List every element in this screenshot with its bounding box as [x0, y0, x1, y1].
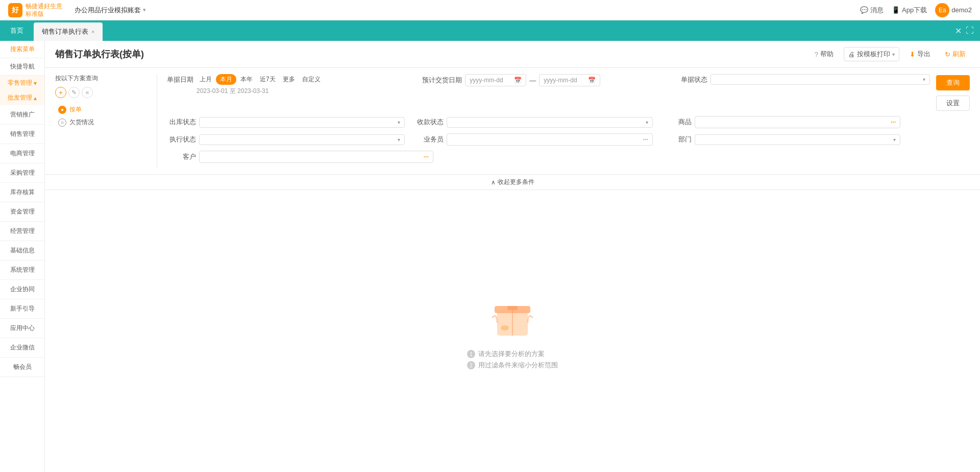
set-button[interactable]: 设置 — [936, 96, 970, 111]
filter-scheme-actions: + ✎ « — [55, 87, 151, 98]
customer-multi[interactable]: ··· — [199, 151, 433, 163]
avatar: Ea — [935, 3, 949, 17]
expected-date-from[interactable]: yyyy-mm-dd 📅 — [465, 74, 526, 86]
tab-close-window-icon[interactable]: ✕ — [955, 26, 962, 36]
page-title: 销售订单执行表(按单) — [55, 48, 144, 66]
help-btn[interactable]: ? 帮助 — [811, 48, 838, 61]
delivery-filter: 出库状态 ▾ — [165, 117, 405, 128]
sidebar-item-newuser[interactable]: 新手引导 — [0, 299, 44, 319]
filter-row-4: 客户 ··· — [165, 151, 970, 163]
customer-dots-icon: ··· — [424, 153, 429, 160]
date-tab-custom[interactable]: 自定义 — [299, 74, 324, 85]
refresh-icon: ↻ — [945, 51, 950, 58]
export-btn[interactable]: ⬇ 导出 — [905, 48, 935, 61]
collapse-scheme-btn[interactable]: « — [82, 87, 93, 98]
message-icon: 💬 — [860, 6, 868, 14]
collapse-more-btn[interactable]: ∧ 收起更多条件 — [45, 175, 980, 190]
query-btn-area: 查询 设置 — [936, 74, 970, 111]
tabbar-controls: ✕ ⛶ — [955, 26, 980, 36]
app-download-btn[interactable]: 📱 App下载 — [892, 6, 927, 15]
status-label: 单据状态 — [679, 75, 707, 84]
tab-home[interactable]: 首页 — [0, 20, 34, 41]
filter-scheme-panel: 按以下方案查询 + ✎ « ● 按单 ○ 欠货情况 — [55, 74, 157, 168]
date-tab-7days[interactable]: 近7天 — [257, 74, 279, 85]
receipt-filter: 收款状态 ▾ — [413, 117, 652, 128]
date-separator: — — [529, 77, 536, 84]
wholesale-chevron-icon: ▴ — [34, 95, 37, 102]
query-button[interactable]: 查询 — [936, 75, 970, 90]
scheme-dot-active: ● — [58, 106, 66, 114]
sidebar-item-retail[interactable]: 零售管理 ▾ — [0, 76, 44, 90]
message-btn[interactable]: 💬 消息 — [860, 6, 884, 15]
step-num-1: 1 — [467, 350, 475, 358]
filter-panel: 按以下方案查询 + ✎ « ● 按单 ○ 欠货情况 — [45, 68, 980, 175]
receipt-select[interactable]: ▾ — [447, 117, 652, 128]
sidebar-item-quicknav[interactable]: 快捷导航 — [0, 58, 44, 76]
sidebar-item-wholesale[interactable]: 批发管理 ▴ — [0, 90, 44, 105]
sidebar-item-appstore[interactable]: 应用中心 — [0, 319, 44, 338]
sidebar-item-inventory[interactable]: 库存核算 — [0, 183, 44, 202]
empty-step-2: 2 用过滤条件来缩小分析范围 — [467, 361, 558, 370]
date-tabs: 上月 本月 本年 近7天 更多 自定义 — [197, 74, 324, 85]
exec-label: 执行状态 — [165, 135, 196, 144]
user-profile[interactable]: Ea demo2 — [935, 3, 972, 17]
topbar-app-name[interactable]: 办公用品行业模拟账套 ▾ — [75, 6, 146, 15]
sidebar-item-marketing[interactable]: 营销推广 — [0, 105, 44, 125]
goods-filter: 商品 ··· — [661, 116, 900, 128]
sidebar-item-purchase[interactable]: 采购管理 — [0, 163, 44, 183]
empty-box-svg — [489, 295, 535, 341]
salesman-filter: 业务员 ··· — [413, 133, 652, 146]
tab-expand-icon[interactable]: ⛶ — [966, 26, 974, 35]
scheme-item-order[interactable]: ● 按单 — [55, 103, 151, 116]
print-btn[interactable]: 🖨 按模板打印 ▾ — [844, 47, 899, 61]
refresh-btn[interactable]: ↻ 刷新 — [941, 48, 970, 61]
empty-step-1: 1 请先选择要分析的方案 — [467, 349, 558, 359]
filter-row-2: 出库状态 ▾ 收款状态 ▾ — [165, 116, 970, 128]
customer-label: 客户 — [165, 152, 196, 161]
delivery-select[interactable]: ▾ — [199, 117, 405, 128]
tab-sales-execution[interactable]: 销售订单执行表 × — [34, 22, 103, 41]
logo-icon: 好 — [8, 3, 22, 17]
sidebar-item-sales[interactable]: 销售管理 — [0, 125, 44, 144]
status-select[interactable]: ▾ — [710, 74, 930, 85]
svg-point-3 — [501, 325, 509, 331]
expected-date-label: 预计交货日期 — [422, 76, 462, 85]
date-tab-thisyear[interactable]: 本年 — [237, 74, 256, 85]
topbar-right: 💬 消息 📱 App下载 Ea demo2 — [860, 3, 972, 17]
date-tab-thismonth[interactable]: 本月 — [216, 74, 236, 85]
goods-multi[interactable]: ··· — [695, 116, 900, 128]
exec-select[interactable]: ▾ — [199, 134, 405, 145]
sidebar: 搜索菜单 快捷导航 零售管理 ▾ 批发管理 ▴ 营销推广 销售管理 电商管理 采… — [0, 41, 45, 472]
sidebar-item-enterprise[interactable]: 企业协同 — [0, 280, 44, 299]
step-num-2: 2 — [467, 361, 475, 369]
empty-steps: 1 请先选择要分析的方案 2 用过滤条件来缩小分析范围 — [467, 349, 558, 370]
svg-rect-2 — [507, 306, 518, 310]
sidebar-item-search[interactable]: 搜索菜单 — [0, 41, 44, 58]
sidebar-item-wechat[interactable]: 企业微信 — [0, 338, 44, 358]
add-scheme-btn[interactable]: + — [55, 87, 66, 98]
sidebar-item-system[interactable]: 系统管理 — [0, 261, 44, 280]
sidebar-item-finance[interactable]: 资金管理 — [0, 202, 44, 222]
dept-select[interactable]: ▾ — [695, 134, 900, 145]
date-tab-lastmonth[interactable]: 上月 — [197, 74, 215, 85]
date-tab-more[interactable]: 更多 — [280, 74, 298, 85]
expected-date-to[interactable]: yyyy-mm-dd 📅 — [539, 74, 600, 86]
goods-label: 商品 — [661, 117, 692, 127]
content-area: 销售订单执行表(按单) ? 帮助 🖨 按模板打印 ▾ ⬇ 导出 ↻ 刷新 — [45, 41, 980, 472]
salesman-multi[interactable]: ··· — [447, 133, 652, 146]
sidebar-item-operations[interactable]: 经营管理 — [0, 222, 44, 241]
scheme-item-shortage[interactable]: ○ 欠货情况 — [55, 116, 151, 129]
export-icon: ⬇ — [910, 51, 915, 58]
filter-form: 单据日期 上月 本月 本年 近7天 更多 自定义 — [157, 74, 970, 168]
topbar-left: 好 畅捷通好生意 标准版 办公用品行业模拟账套 ▾ — [8, 3, 146, 17]
sidebar-item-ecommerce[interactable]: 电商管理 — [0, 144, 44, 163]
tab-close-icon[interactable]: × — [91, 29, 94, 35]
calendar-icon-to: 📅 — [588, 77, 596, 84]
sidebar-item-vip[interactable]: 畅会员 — [0, 358, 44, 377]
filter-section: 按以下方案查询 + ✎ « ● 按单 ○ 欠货情况 — [45, 68, 980, 190]
sidebar-item-basic[interactable]: 基础信息 — [0, 241, 44, 261]
dept-label: 部门 — [661, 135, 692, 144]
edit-scheme-btn[interactable]: ✎ — [68, 87, 80, 98]
exec-filter: 执行状态 ▾ — [165, 134, 405, 145]
topbar: 好 畅捷通好生意 标准版 办公用品行业模拟账套 ▾ 💬 消息 📱 App下载 E… — [0, 0, 980, 20]
